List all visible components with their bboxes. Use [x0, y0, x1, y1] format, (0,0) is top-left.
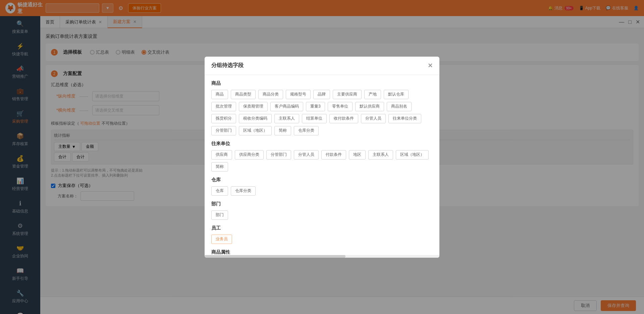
modal-title: 分组待选字段	[211, 62, 244, 69]
modal-header: 分组待选字段 ✕	[205, 57, 439, 75]
field-tag[interactable]: 主要供应商	[333, 90, 362, 99]
field-tag[interactable]: 重量3	[306, 102, 325, 111]
modal-close-button[interactable]: ✕	[428, 62, 433, 69]
field-tag[interactable]: 简称	[274, 126, 291, 135]
field-tag[interactable]: 商品	[211, 90, 228, 99]
field-tag[interactable]: 拣货积分	[211, 114, 236, 123]
field-grid-dept: 部门	[211, 210, 433, 220]
section-title-warehouse: 仓库	[211, 177, 433, 183]
field-tag[interactable]: 区域（地区）	[239, 126, 272, 135]
field-tag[interactable]: 保质期管理	[239, 102, 268, 111]
field-grid-warehouse: 仓库 仓库分类	[211, 186, 433, 196]
field-tag[interactable]: 批次管理	[211, 102, 236, 111]
field-tag[interactable]: 分管人员	[294, 150, 319, 160]
field-tag[interactable]: 品牌	[313, 90, 330, 99]
modal-h-thumb	[205, 255, 345, 258]
section-title-staff: 员工	[211, 225, 433, 231]
field-tag[interactable]: 默认供应商	[355, 102, 384, 111]
field-tag-staff[interactable]: 业务员	[211, 235, 232, 244]
field-tag[interactable]: 商品别名	[387, 102, 412, 111]
modal-body[interactable]: 商品 商品 商品类型 商品分类 规格型号 品牌 主要供应商 产地 默认仓库 批次…	[205, 75, 439, 255]
field-tag[interactable]: 供应商分类	[235, 150, 264, 160]
field-tag[interactable]: 仓库分类	[294, 126, 319, 135]
field-tag[interactable]: 主联系人	[368, 150, 393, 160]
field-tag[interactable]: 分管部门	[266, 150, 291, 160]
field-tag[interactable]: 往来单位分类	[388, 114, 421, 123]
section-title-attrs: 商品属性	[211, 249, 433, 255]
modal-overlay: 分组待选字段 ✕ 商品 商品 商品类型 商品分类 规格型号 品牌 主要供应商 产…	[0, 0, 644, 314]
field-grid-staff: 业务员	[211, 235, 433, 244]
field-tag[interactable]: 商品分类	[258, 90, 283, 99]
section-title-dept: 部门	[211, 201, 433, 207]
field-tag[interactable]: 商品类型	[231, 90, 256, 99]
field-tag[interactable]: 税收分类编码	[239, 114, 272, 123]
modal-horizontal-scrollbar[interactable]	[205, 255, 439, 258]
field-tag[interactable]: 客户商品编码	[270, 102, 303, 111]
field-tag[interactable]: 区域（地区）	[396, 150, 429, 160]
field-tag[interactable]: 地区	[349, 150, 366, 160]
field-tag[interactable]: 仓库	[211, 186, 228, 196]
section-title-goods: 商品	[211, 80, 433, 86]
field-tag[interactable]: 产地	[364, 90, 381, 99]
field-tag[interactable]: 收付款条件	[329, 114, 358, 123]
modal-dialog: 分组待选字段 ✕ 商品 商品 商品类型 商品分类 规格型号 品牌 主要供应商 产…	[205, 57, 439, 258]
field-tag[interactable]: 部门	[211, 210, 228, 220]
field-grid-partners: 供应商 供应商分类 分管部门 分管人员 付款条件 地区 主联系人 区域（地区） …	[211, 150, 433, 172]
field-tag[interactable]: 简称	[211, 162, 228, 172]
field-tag[interactable]: 仓库分类	[231, 186, 256, 196]
field-tag[interactable]: 主联系人	[274, 114, 299, 123]
field-tag[interactable]: 规格型号	[286, 90, 311, 99]
field-tag[interactable]: 付款条件	[321, 150, 346, 160]
field-tag[interactable]: 供应商	[211, 150, 232, 160]
field-tag[interactable]: 默认仓库	[384, 90, 409, 99]
field-tag[interactable]: 分管部门	[211, 126, 236, 135]
section-title-partners: 往来单位	[211, 141, 433, 147]
field-tag[interactable]: 零售单位	[328, 102, 353, 111]
field-grid-goods: 商品 商品类型 商品分类 规格型号 品牌 主要供应商 产地 默认仓库 批次管理 …	[211, 90, 433, 135]
field-tag[interactable]: 结算单位	[302, 114, 327, 123]
field-tag[interactable]: 分管人员	[361, 114, 386, 123]
